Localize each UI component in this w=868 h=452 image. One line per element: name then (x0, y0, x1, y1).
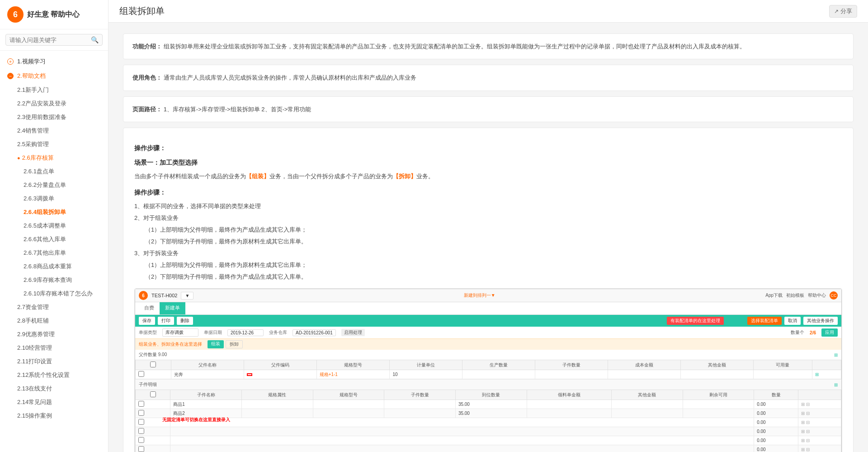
child-name-2: 商品2 (170, 409, 242, 418)
step3-sub1: （1）上部明细为父件明细，最终作为原材料生成其它出库单； (134, 259, 842, 271)
row-select[interactable] (138, 371, 144, 377)
select-all-upper[interactable] (150, 362, 156, 367)
sidebar-item-print[interactable]: 2.11打印设置 (0, 355, 108, 368)
empty-row-4 (170, 427, 754, 436)
step2-sub1: （1）上部明细为父件明细，最终作为产成品生成其它入库单； (134, 224, 842, 236)
erp-window: 6 TEST-H002 ▼ 新建到排列一▼ App下载 初始模板 帮助中心 CC (135, 289, 842, 452)
sidebar-item-cost-recalc[interactable]: 2.6.8商品成本重算 (0, 260, 108, 273)
sidebar-item-stock-ledger[interactable]: 2.6.9库存账本查询 (0, 273, 108, 287)
role-block: 使用角色： 通常由生产人员或库管人员完成拆装业务的操作，库管人员确认原材料的出库… (123, 65, 854, 90)
sidebar-item-stock-count[interactable]: 2.6.1盘点单 (0, 165, 108, 178)
sidebar-item-cost-adjust[interactable]: 2.6.5成本调整单 (0, 219, 108, 233)
col-child-qty-l: 子件数量 (384, 390, 456, 400)
intro-text: 组装拆卸单用来处理企业组装或拆卸等加工业务，支持有固定装配清单的产品加工业务，也… (164, 43, 745, 50)
erp-form-row1: 单据类型 库存调拨 单据日期 2019-12-26 业务仓库 AD-201912… (135, 327, 841, 338)
table-row: 光奔 规格+1-1 10 (136, 370, 841, 379)
erp-other-ops-btn[interactable]: 取消 (784, 317, 801, 325)
erp-confirm-btn[interactable]: 其他业务操作 (803, 317, 838, 325)
sidebar-item-other-outbound[interactable]: 2.6.7其他出库单 (0, 246, 108, 260)
col-spec-model: 规格型号 (313, 390, 384, 400)
row-sel-1[interactable] (138, 401, 144, 407)
sidebar-item-faq[interactable]: 2.14常见问题 (0, 395, 108, 409)
qty-l-5: 0.00 (754, 436, 798, 445)
empty-row-6 (170, 445, 754, 452)
sidebar-item-sales[interactable]: 2.4销售管理 (0, 124, 108, 138)
sidebar-item-payment[interactable]: 2.13在线支付 (0, 382, 108, 395)
col-parent-code: 父件编码 (244, 360, 316, 370)
logo-area: 6 好生意 帮助中心 (0, 0, 108, 29)
ops-6: ⊞ ⊟ (798, 445, 841, 452)
sidebar-item-ledger-error[interactable]: 2.6.10库存账本错了怎么办 (0, 287, 108, 300)
row-sel-6[interactable] (138, 446, 144, 452)
share-icon: ↗ (834, 8, 839, 14)
erp-assembly-btn[interactable]: 组装 (208, 340, 224, 348)
select-all-lower[interactable] (150, 391, 156, 397)
intro-label: 功能介绍： (132, 43, 162, 50)
prod-qty-val (462, 370, 535, 379)
erp-print-btn[interactable]: 打印 (158, 317, 174, 325)
erp-template: 初始模板 (786, 292, 804, 299)
ops-3: ⊞ ⊟ (798, 418, 841, 427)
erp-upper-table-wrapper: 父件名称 父件编码 规格型号 计量单位 生产数量 子件数量 成本金额 其他金额 (135, 360, 841, 379)
qty-l-3: 0.00 (754, 418, 798, 427)
col-parent-name: 父件名称 (171, 360, 244, 370)
sidebar-item-funds[interactable]: 2.7资金管理 (0, 300, 108, 314)
sidebar-item-partial-count[interactable]: 2.6.2分量盘点单 (0, 178, 108, 192)
other-amt-val (680, 370, 753, 379)
pick-amt-2 (527, 409, 611, 418)
sidebar-item-operations[interactable]: 2.10经营管理 (0, 341, 108, 355)
sidebar-item-transfer[interactable]: 2.6.3调拨单 (0, 192, 108, 205)
erp-bom-hint[interactable]: 有装配清单的在这里处理 (667, 317, 724, 325)
col-other-amt: 其他金额 (680, 360, 753, 370)
sidebar-item-install[interactable]: 2.2产品安装及登录 (0, 97, 108, 110)
row-sel-2[interactable] (138, 410, 144, 416)
sidebar-item-assembly[interactable]: 2.6.4组装拆卸单 (0, 205, 108, 219)
sidebar-item-new-user[interactable]: 2.1新手入门 (0, 83, 108, 97)
erp-enable-process[interactable]: 启用处理 (341, 329, 365, 336)
erp-disassembly-btn[interactable]: 拆卸 (226, 340, 243, 348)
erp-expand-icon[interactable]: ⊞ (834, 352, 838, 357)
search-input[interactable] (9, 37, 91, 43)
ops-1: ⊞ ⊟ (798, 400, 841, 409)
steps-section: 操作步骤： 场景一：加工类型选择 当由多个子件材料组装成一个成品的业务为【组装】… (123, 128, 854, 452)
sidebar-item-settings[interactable]: 2.12系统个性化设置 (0, 368, 108, 382)
sidebar-item-other-inbound[interactable]: 2.6.6其他入库单 (0, 233, 108, 246)
erp-bom-select-btn[interactable]: 选择装配清单 (747, 317, 782, 325)
sidebar-item-data-prep[interactable]: 2.3使用前数据准备 (0, 110, 108, 124)
warehouse-label: 业务仓库 (269, 329, 287, 336)
search-icon[interactable]: 🔍 (91, 36, 99, 43)
row-sel-3[interactable] (138, 419, 144, 425)
erp-tab-new[interactable]: 新建单 (160, 302, 185, 314)
erp-apply-btn[interactable]: 应用 (821, 328, 838, 337)
ops-2: ⊞ ⊟ (798, 409, 841, 418)
erp-delete-btn[interactable]: 删除 (177, 317, 193, 325)
erp-lower-table-wrapper: 无固定清单可切换在这里直接录入 子件名称 规格属性 规格型号 子件 (135, 390, 841, 452)
erp-new-doc-btn[interactable]: 新建到排列一▼ (464, 292, 495, 299)
sidebar-item-purchase[interactable]: 2.5采购管理 (0, 138, 108, 151)
col-spec-attr: 规格属性 (241, 390, 313, 400)
erp-upper-table: 父件名称 父件编码 规格型号 计量单位 生产数量 子件数量 成本金额 其他金额 (135, 360, 841, 379)
step2-sub2: （2）下部明细为子件明细，最终作为原材料生成其它出库单。 (134, 236, 842, 247)
erp-dropdown[interactable]: ▼ (181, 292, 193, 300)
sidebar-item-cases[interactable]: 2.15操作案例 (0, 409, 108, 423)
row-checkbox (136, 370, 171, 379)
sidebar-item-inventory[interactable]: ● 2.6库存核算 (0, 151, 108, 165)
erp-topbar: 6 TEST-H002 ▼ 新建到排列一▼ App下载 初始模板 帮助中心 CC (135, 289, 841, 302)
row-sel-4[interactable] (138, 428, 144, 434)
step3: 3、对于拆装业务 (134, 247, 842, 259)
erp-tab-home[interactable]: 自费 (139, 302, 160, 314)
other-amt-2 (611, 409, 683, 418)
sidebar-item-coupons[interactable]: 2.9优惠券管理 (0, 328, 108, 341)
sidebar-item-videos[interactable]: + 1.视频学习 (0, 54, 108, 69)
erp-lower-expand-icon[interactable]: ⊞ (834, 382, 838, 387)
erp-save-btn[interactable]: 保存 (139, 317, 155, 325)
collapse-icon: − (7, 73, 14, 79)
arrive-qty-2: 35.00 (455, 409, 527, 418)
col-child-name: 子件名称 (170, 390, 242, 400)
doc-type-val: 库存调拨 (162, 328, 198, 337)
sidebar-item-mobile[interactable]: 2.8手机旺辅 (0, 314, 108, 328)
share-button[interactable]: ↗ 分享 (829, 5, 857, 18)
sidebar-item-help-docs[interactable]: − 2.帮助文档 (0, 69, 108, 83)
intro-block: 功能介绍： 组装拆卸单用来处理企业组装或拆卸等加工业务，支持有固定装配清单的产品… (123, 33, 854, 59)
row-sel-5[interactable] (138, 437, 144, 443)
